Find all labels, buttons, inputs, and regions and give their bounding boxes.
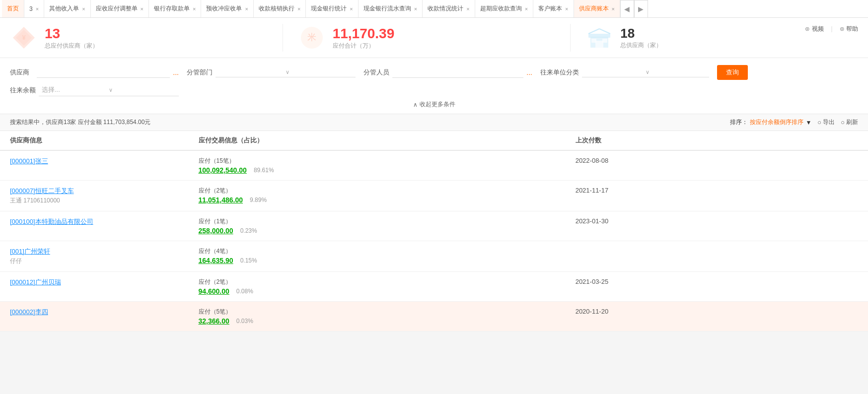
- nav-tab-bank-deposit[interactable]: 银行存取款单 ×: [149, 0, 201, 18]
- tx-row: 164,635.90 0.15%: [199, 257, 576, 264]
- supplier-name-link[interactable]: [001]广州荣轩: [10, 247, 199, 256]
- shop-icon: [585, 24, 613, 52]
- close-icon[interactable]: ×: [245, 6, 248, 12]
- last-pay-cell: 2021-03-25: [576, 278, 858, 295]
- supplier-name-link[interactable]: [000007]恒旺二手叉车: [10, 187, 199, 196]
- rice-icon: 米: [298, 24, 326, 52]
- supplier-name-link[interactable]: [000100]本特勤油品有限公司: [10, 217, 199, 226]
- unit-class-filter-select[interactable]: ∨: [582, 67, 709, 77]
- nav-tab-label: 现金银行流水查询: [363, 4, 411, 13]
- svg-rect-7: [602, 39, 607, 43]
- filter-unit-class: 往来单位分类 ∨: [540, 67, 709, 77]
- table-row[interactable]: [000012]广州贝瑞 应付（2笔） 94,600.00 0.08% 2021…: [0, 272, 868, 302]
- last-pay-date: 2021-03-25: [576, 278, 609, 285]
- nav-tab-overdue-query[interactable]: 超期应收款查询 ×: [475, 0, 533, 18]
- supplier-name-link[interactable]: [000002]李四: [10, 308, 199, 317]
- balance-filter-select[interactable]: 选择... ∨: [39, 84, 179, 96]
- dept-filter-select[interactable]: ∨: [216, 67, 356, 77]
- close-icon[interactable]: ×: [350, 6, 353, 12]
- close-icon[interactable]: ×: [141, 6, 144, 12]
- nav-tab-label: 预收冲应收单: [206, 4, 242, 13]
- last-pay-cell: 2023-01-30: [576, 217, 858, 235]
- help-circle-icon: ⊙: [840, 25, 845, 32]
- nav-tab-label: 首页: [7, 4, 19, 13]
- nav-tab-home[interactable]: 首页: [2, 0, 24, 18]
- table-row[interactable]: [001]广州荣轩 仔仔 应付（4笔） 164,635.90 0.15%: [0, 241, 868, 272]
- nav-tab-label: 现金银行统计: [311, 4, 347, 13]
- nav-tab-other-income[interactable]: 其他收入单 ×: [44, 0, 90, 18]
- col-supplier-info: 供应商信息: [10, 136, 199, 145]
- tx-amount[interactable]: 258,000.00: [199, 227, 233, 235]
- nav-tab-cash-flow[interactable]: 现金银行流水查询 ×: [359, 0, 423, 18]
- nav-tab-prepay-charge[interactable]: 预收冲应收单 ×: [201, 0, 253, 18]
- refresh-button[interactable]: ○ 刷新: [841, 118, 858, 127]
- tx-row: 32,366.00 0.03%: [199, 317, 576, 325]
- tx-amount[interactable]: 32,366.00: [199, 317, 229, 325]
- video-link[interactable]: ⊙ 视频: [805, 25, 823, 33]
- close-icon[interactable]: ×: [36, 6, 39, 12]
- close-icon[interactable]: ×: [612, 6, 615, 12]
- close-icon[interactable]: ×: [466, 6, 469, 12]
- person-dots-button[interactable]: ...: [526, 68, 532, 76]
- tx-amount[interactable]: 11,051,486.00: [199, 196, 243, 204]
- tx-amount[interactable]: 100,092,540.00: [199, 166, 247, 174]
- person-filter-label: 分管人员: [363, 68, 389, 77]
- table-row[interactable]: [000007]恒旺二手叉车 王通 17106110000 应付（2笔） 11,…: [0, 181, 868, 211]
- close-icon[interactable]: ×: [297, 6, 300, 12]
- nav-tab-cash-bank-stat[interactable]: 现金银行统计 ×: [306, 0, 358, 18]
- tx-label: 应付（4笔）: [199, 247, 576, 256]
- help-link[interactable]: ⊙ 帮助: [840, 25, 858, 33]
- result-bar: 搜索结果中，供应商13家 应付金额 111,703,854.00元 排序： 按应…: [0, 114, 868, 131]
- nav-tab-receipt-verify[interactable]: 收款核销执行 ×: [254, 0, 306, 18]
- close-icon[interactable]: ×: [414, 6, 417, 12]
- supplier-name-link[interactable]: [000012]广州贝瑞: [10, 278, 199, 287]
- last-pay-cell: 2020-11-20: [576, 308, 858, 325]
- tx-info-cell: 应付（1笔） 258,000.00 0.23%: [199, 217, 576, 235]
- close-icon[interactable]: ×: [525, 6, 528, 12]
- nav-tab-label: 收款情况统计: [428, 4, 463, 13]
- total-suppliers-label: 总供应商（家）: [620, 41, 662, 50]
- nav-tab-ar-ap-adjust[interactable]: 应收应付调整单 ×: [91, 0, 149, 18]
- stats-text-payable-total: 11,170.39 应付合计（万）: [333, 25, 395, 51]
- filter-row-2: 往来余额 选择... ∨: [10, 84, 858, 96]
- payable-suppliers-number: 13: [45, 25, 98, 42]
- nav-prev-button[interactable]: ◀: [620, 0, 634, 18]
- last-pay-cell: [576, 247, 858, 265]
- tx-percent: 0.08%: [236, 288, 253, 295]
- table-row[interactable]: [000100]本特勤油品有限公司 应付（1笔） 258,000.00 0.23…: [0, 211, 868, 241]
- last-pay-date: 2022-08-08: [576, 157, 609, 164]
- supplier-info-cell: [001]广州荣轩 仔仔: [10, 247, 199, 265]
- tx-label: 应付（15笔）: [199, 157, 576, 165]
- nav-tab-label: 3: [29, 5, 33, 12]
- svg-text:米: 米: [307, 32, 316, 42]
- nav-tab-supplier-book[interactable]: 供应商账本 ×: [574, 0, 620, 18]
- collapse-button[interactable]: ∧ 收起更多条件: [413, 100, 455, 109]
- tx-label: 应付（5笔）: [199, 308, 576, 316]
- sort-control[interactable]: 排序： 按应付余额倒序排序 ▼: [730, 118, 811, 127]
- supplier-name-link[interactable]: [000001]张三: [10, 157, 199, 166]
- tx-info-cell: 应付（5笔） 32,366.00 0.03%: [199, 308, 576, 325]
- tx-label: 应付（2笔）: [199, 187, 576, 195]
- nav-tab-receipt-stat[interactable]: 收款情况统计 ×: [423, 0, 475, 18]
- nav-tab-label: 超期应收款查询: [480, 4, 522, 13]
- tx-row: 100,092,540.00 89.61%: [199, 166, 576, 174]
- tx-amount[interactable]: 164,635.90: [199, 257, 233, 264]
- supplier-filter-input[interactable]: [37, 67, 170, 78]
- export-button[interactable]: ○ 导出: [817, 118, 835, 127]
- nav-next-button[interactable]: ▶: [634, 0, 648, 18]
- close-icon[interactable]: ×: [193, 6, 196, 12]
- tx-percent: 9.89%: [250, 197, 267, 203]
- close-icon[interactable]: ×: [82, 6, 85, 12]
- supplier-dots-button[interactable]: ...: [173, 68, 179, 76]
- supplier-contact: 仔仔: [10, 257, 199, 265]
- person-filter-input[interactable]: [392, 67, 523, 78]
- tx-label: 应付（1笔）: [199, 217, 576, 226]
- close-icon[interactable]: ×: [565, 6, 568, 12]
- search-button[interactable]: 查询: [717, 65, 748, 80]
- nav-tab-3[interactable]: 3 ×: [24, 0, 44, 18]
- tx-amount[interactable]: 94,600.00: [199, 287, 229, 295]
- table-row[interactable]: [000001]张三 应付（15笔） 100,092,540.00 89.61%…: [0, 151, 868, 181]
- table-row[interactable]: [000002]李四 应付（5笔） 32,366.00 0.03% 2020-1…: [0, 302, 868, 331]
- tx-info-cell: 应付（15笔） 100,092,540.00 89.61%: [199, 157, 576, 174]
- nav-tab-customer-book[interactable]: 客户账本 ×: [533, 0, 574, 18]
